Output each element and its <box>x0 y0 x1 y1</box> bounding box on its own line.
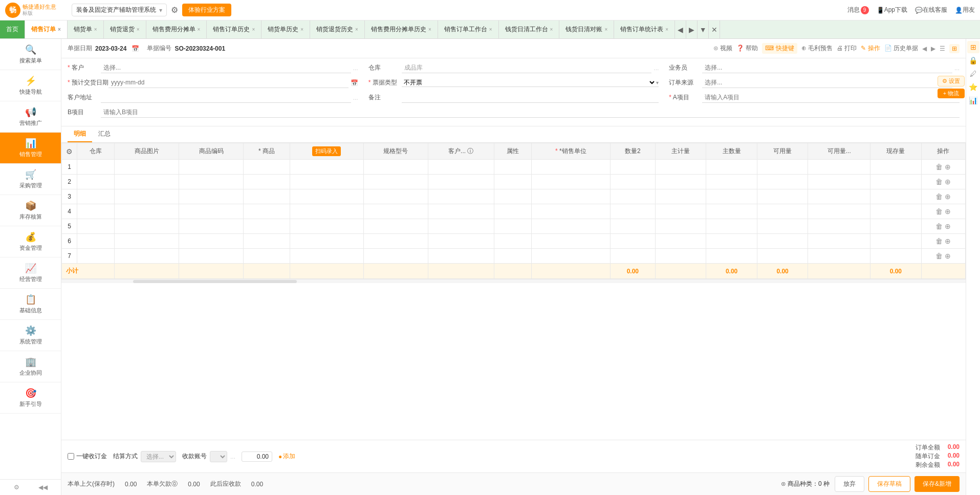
tab-close-icon[interactable]: × <box>428 27 431 32</box>
sidebar-item-sales[interactable]: 📊 销售管理 <box>0 133 61 164</box>
add-btn[interactable]: ● 添加 <box>278 452 295 461</box>
tab-cash-reconcile[interactable]: 钱货日清对账 × <box>559 20 614 39</box>
row-unit[interactable] <box>531 160 610 175</box>
tab-summary[interactable]: 汇总 <box>92 126 117 142</box>
tab-goods-history[interactable]: 销货单历史 × <box>262 20 310 39</box>
sidebar-item-basic-info[interactable]: 📋 基础信息 <box>0 289 61 320</box>
tab-close-icon[interactable]: × <box>604 27 607 32</box>
horizontal-scrollbar[interactable] <box>61 279 966 283</box>
sidebar-item-operations[interactable]: 📈 经营管理 <box>0 257 61 289</box>
list-view-btn[interactable]: ☰ <box>940 45 945 52</box>
online-support-btn[interactable]: 💬在线客服 <box>915 6 947 14</box>
delete-row-btn[interactable]: 🗑 <box>935 237 943 245</box>
tab-sales-history[interactable]: 销售订单历史 × <box>207 20 262 39</box>
delivery-calendar-icon[interactable]: 📅 <box>351 79 358 87</box>
tab-sales-stat[interactable]: 销售订单统计表 × <box>614 20 675 39</box>
set-button[interactable]: ⚙ 设置 <box>938 76 965 87</box>
tab-close-icon[interactable]: × <box>252 27 255 32</box>
tab-fee-history[interactable]: 销售费用分摊单历史 × <box>365 20 438 39</box>
customer-input[interactable] <box>101 62 351 73</box>
right-panel-chart-icon[interactable]: 📊 <box>967 94 979 106</box>
a-project-input[interactable] <box>702 92 960 103</box>
payment-select[interactable]: 选择... <box>141 451 176 462</box>
sidebar-item-guide[interactable]: 🎯 新手引导 <box>0 382 61 414</box>
row-attributes[interactable] <box>494 175 531 189</box>
staff-input[interactable] <box>702 62 952 73</box>
delivery-input[interactable] <box>108 77 349 88</box>
tab-sales-goods[interactable]: 销货单 × <box>68 20 104 39</box>
message-btn[interactable]: 消息 9 <box>847 6 869 14</box>
row-qty2[interactable] <box>610 175 655 189</box>
save-draft-button[interactable]: 保存草稿 <box>868 476 910 492</box>
row-qty2[interactable] <box>610 160 655 175</box>
tab-sales-fee[interactable]: 销售费用分摊单 × <box>146 20 207 39</box>
operation-btn[interactable]: ✎ 操作 <box>861 44 880 53</box>
tab-close-icon[interactable]: × <box>137 27 140 32</box>
delete-row-btn[interactable]: 🗑 <box>935 207 943 216</box>
sidebar-item-marketing[interactable]: 📢 营销推广 <box>0 101 61 133</box>
sidebar-item-search[interactable]: 🔍 搜索菜单 <box>0 39 61 70</box>
copy-row-btn[interactable]: ⊕ <box>945 192 951 201</box>
delete-row-btn[interactable]: 🗑 <box>935 222 943 230</box>
quick-close-checkbox[interactable]: 一键收订金 <box>68 452 107 461</box>
right-panel-star-icon[interactable]: ⭐ <box>967 81 979 93</box>
right-panel-edit-icon[interactable]: 🖊 <box>967 68 979 80</box>
tab-order-workbench[interactable]: 销售订单工作台 × <box>438 20 499 39</box>
row-customer-code[interactable] <box>428 175 494 189</box>
tab-close-icon[interactable]: × <box>300 27 303 32</box>
row-name[interactable] <box>244 175 290 189</box>
discard-button[interactable]: 放弃 <box>835 476 864 492</box>
sidebar-item-finance[interactable]: 💰 资金管理 <box>0 226 61 257</box>
tab-menu-btn[interactable]: ▼ <box>698 20 709 39</box>
sidebar-item-system[interactable]: ⚙️ 系统管理 <box>0 320 61 351</box>
th-settings[interactable]: ⚙ <box>62 143 77 160</box>
add-material-button[interactable]: + 物流 <box>938 89 965 98</box>
tab-close-icon[interactable]: × <box>58 27 61 32</box>
row-main-qty[interactable] <box>706 175 757 189</box>
tab-close-icon[interactable]: × <box>94 27 97 32</box>
warehouse-dots[interactable]: ... <box>654 64 659 72</box>
address-input[interactable] <box>101 92 351 103</box>
system-selector[interactable]: 装备及固定资产辅助管理系统 ▾ <box>72 4 167 16</box>
row-warehouse[interactable] <box>77 160 115 175</box>
sidebar-settings-icon[interactable]: ⚙ <box>14 484 19 491</box>
copy-row-btn[interactable]: ⊕ <box>945 252 951 260</box>
copy-row-btn[interactable]: ⊕ <box>945 163 951 171</box>
staff-dots[interactable]: ... <box>954 64 960 72</box>
row-unit[interactable] <box>531 175 610 189</box>
invoice-select[interactable]: 不开票 增值税专用发票 增值税普通发票 <box>402 78 657 87</box>
sidebar-item-inventory[interactable]: 📦 库存核算 <box>0 195 61 226</box>
order-source-input[interactable] <box>702 77 952 88</box>
delete-row-btn[interactable]: 🗑 <box>935 252 943 260</box>
copy-row-btn[interactable]: ⊕ <box>945 178 951 186</box>
tab-close-icon[interactable]: × <box>489 27 492 32</box>
tab-close-icon[interactable]: × <box>665 27 668 32</box>
tab-detail[interactable]: 明细 <box>68 126 92 142</box>
address-dots[interactable]: ... <box>353 94 358 101</box>
tab-close-icon[interactable]: × <box>198 27 201 32</box>
delete-row-btn[interactable]: 🗑 <box>935 163 943 171</box>
b-project-input[interactable] <box>101 107 960 118</box>
sidebar-collapse-icon[interactable]: ◀◀ <box>38 484 48 491</box>
warehouse-input[interactable] <box>402 62 652 73</box>
account-dots[interactable]: ... <box>230 453 235 460</box>
copy-row-btn[interactable]: ⊕ <box>945 237 951 245</box>
help-icon[interactable]: ❓ 帮助 <box>736 44 758 53</box>
settings-icon[interactable]: ⚙ <box>171 5 178 15</box>
tab-home[interactable]: 首页 <box>0 20 25 39</box>
history-btn[interactable]: 📄 历史单据 <box>884 44 918 53</box>
row-spec[interactable] <box>363 175 428 189</box>
tab-next-btn[interactable]: ▶ <box>686 20 698 39</box>
row-image[interactable] <box>115 175 179 189</box>
nav-right-btn[interactable]: ▶ <box>931 45 935 52</box>
app-download-btn[interactable]: 📱App下载 <box>877 6 907 14</box>
scan-input-btn[interactable]: 扫码录入 <box>312 146 341 156</box>
print-btn[interactable]: 🖨 打印 <box>837 44 857 53</box>
tab-close-icon[interactable]: × <box>355 27 358 32</box>
delete-row-btn[interactable]: 🗑 <box>935 178 943 186</box>
sidebar-item-enterprise[interactable]: 🏢 企业协同 <box>0 351 61 382</box>
sidebar-item-quicknav[interactable]: ⚡ 快捷导航 <box>0 70 61 101</box>
tab-return-history[interactable]: 销货退货历史 × <box>310 20 365 39</box>
shortcut-btn[interactable]: ⌨ 快捷键 <box>762 43 797 54</box>
row-attributes[interactable] <box>494 160 531 175</box>
